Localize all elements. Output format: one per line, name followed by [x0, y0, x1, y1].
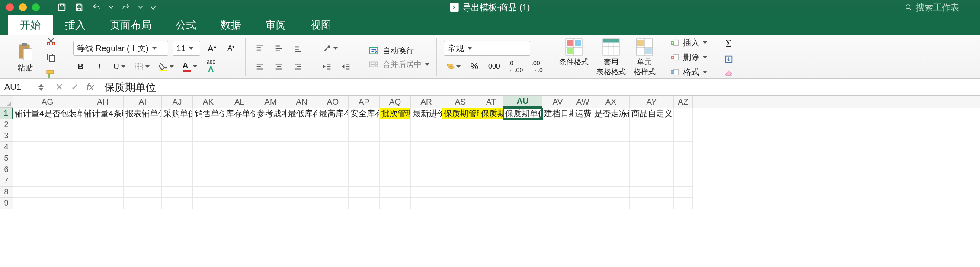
cell-AM1[interactable]: 参考成本 — [255, 108, 286, 119]
cell-AV4[interactable] — [542, 142, 573, 153]
cell-AP7[interactable] — [349, 175, 380, 187]
cell-AM9[interactable] — [255, 198, 286, 209]
cell-AW2[interactable] — [573, 119, 592, 130]
column-header-AH[interactable]: AH — [82, 96, 124, 108]
clear-button[interactable] — [721, 68, 736, 78]
cell-AS6[interactable] — [442, 164, 479, 175]
cell-AW1[interactable]: 运费 — [573, 108, 592, 119]
tab-公式[interactable]: 公式 — [163, 14, 208, 35]
align-top-button[interactable] — [253, 41, 267, 56]
cell-AR7[interactable] — [411, 175, 442, 187]
formula-input[interactable] — [101, 81, 980, 93]
cell-AT2[interactable] — [479, 119, 503, 130]
cell-AS9[interactable] — [442, 198, 479, 209]
tab-页面布局[interactable]: 页面布局 — [98, 14, 163, 35]
cell-AG6[interactable] — [13, 164, 82, 175]
phonetic-button[interactable]: abcA — [204, 59, 218, 74]
cell-AX8[interactable] — [592, 187, 630, 198]
tab-插入[interactable]: 插入 — [53, 14, 98, 35]
cell-AQ6[interactable] — [380, 164, 411, 175]
cell-AV9[interactable] — [542, 198, 573, 209]
cell-AY3[interactable] — [630, 130, 674, 142]
column-header-AR[interactable]: AR — [411, 96, 442, 108]
autosave-icon[interactable] — [57, 3, 67, 12]
cell-AH8[interactable] — [82, 187, 124, 198]
cell-AM6[interactable] — [255, 164, 286, 175]
cell-AW6[interactable] — [573, 164, 592, 175]
fx-icon[interactable]: fx — [86, 82, 94, 93]
column-header-AQ[interactable]: AQ — [380, 96, 411, 108]
cell-AV2[interactable] — [542, 119, 573, 130]
cell-AK1[interactable]: 销售单位 — [193, 108, 224, 119]
cell-AM2[interactable] — [255, 119, 286, 130]
cell-AL5[interactable] — [224, 153, 255, 164]
comma-button[interactable]: 000 — [486, 59, 502, 74]
column-header-AL[interactable]: AL — [224, 96, 255, 108]
cell-AR4[interactable] — [411, 142, 442, 153]
tab-视图[interactable]: 视图 — [298, 14, 343, 35]
cell-AT4[interactable] — [479, 142, 503, 153]
cell-AZ7[interactable] — [674, 175, 693, 187]
cell-AX3[interactable] — [592, 130, 630, 142]
cell-AL4[interactable] — [224, 142, 255, 153]
copy-button[interactable] — [43, 50, 59, 65]
increase-indent-button[interactable] — [339, 59, 354, 74]
cell-AO3[interactable] — [317, 130, 349, 142]
cell-AK5[interactable] — [193, 153, 224, 164]
row-header-3[interactable]: 3 — [0, 130, 13, 142]
column-header-AP[interactable]: AP — [349, 96, 380, 108]
cell-AQ2[interactable] — [380, 119, 411, 130]
cell-AW3[interactable] — [573, 130, 592, 142]
column-header-AW[interactable]: AW — [573, 96, 592, 108]
column-header-AK[interactable]: AK — [193, 96, 224, 108]
delete-cells-button[interactable]: 删除 — [670, 52, 707, 63]
cell-AI8[interactable] — [124, 187, 162, 198]
cell-AH6[interactable] — [82, 164, 124, 175]
cell-AW8[interactable] — [573, 187, 592, 198]
cell-styles-button[interactable]: 单元 格样式 — [634, 38, 656, 77]
cell-AO4[interactable] — [317, 142, 349, 153]
font-color-button[interactable]: A — [180, 59, 199, 74]
cell-AY5[interactable] — [630, 153, 674, 164]
align-right-button[interactable] — [291, 59, 305, 74]
decrease-font-button[interactable]: A▾ — [224, 41, 238, 56]
cell-AZ9[interactable] — [674, 198, 693, 209]
cell-AW7[interactable] — [573, 175, 592, 187]
cell-AM5[interactable] — [255, 153, 286, 164]
cell-AS3[interactable] — [442, 130, 479, 142]
cell-AP9[interactable] — [349, 198, 380, 209]
cell-AY6[interactable] — [630, 164, 674, 175]
italic-button[interactable]: I — [92, 59, 107, 74]
cell-AO7[interactable] — [317, 175, 349, 187]
cell-AL6[interactable] — [224, 164, 255, 175]
cell-AH3[interactable] — [82, 130, 124, 142]
row-header-6[interactable]: 6 — [0, 164, 13, 175]
borders-button[interactable] — [132, 59, 152, 74]
cell-AJ2[interactable] — [162, 119, 193, 130]
cell-AQ9[interactable] — [380, 198, 411, 209]
cell-AO5[interactable] — [317, 153, 349, 164]
cell-AX2[interactable] — [592, 119, 630, 130]
cell-AP2[interactable] — [349, 119, 380, 130]
cell-AH7[interactable] — [82, 175, 124, 187]
cell-AK2[interactable] — [193, 119, 224, 130]
cell-AH5[interactable] — [82, 153, 124, 164]
cell-AM8[interactable] — [255, 187, 286, 198]
cell-AU2[interactable] — [503, 119, 542, 130]
cell-AP6[interactable] — [349, 164, 380, 175]
cell-AG8[interactable] — [13, 187, 82, 198]
cell-AJ4[interactable] — [162, 142, 193, 153]
cell-AG4[interactable] — [13, 142, 82, 153]
decrease-decimal-button[interactable]: .00→.0 — [529, 59, 545, 74]
cell-AO9[interactable] — [317, 198, 349, 209]
cell-AL9[interactable] — [224, 198, 255, 209]
cell-AX9[interactable] — [592, 198, 630, 209]
cell-AZ6[interactable] — [674, 164, 693, 175]
cell-AK3[interactable] — [193, 130, 224, 142]
cell-AU5[interactable] — [503, 153, 542, 164]
fill-color-button[interactable] — [156, 59, 176, 74]
format-as-table-button[interactable]: 套用 表格格式 — [596, 38, 626, 77]
cell-AH4[interactable] — [82, 142, 124, 153]
cell-AN3[interactable] — [286, 130, 317, 142]
cell-AS4[interactable] — [442, 142, 479, 153]
